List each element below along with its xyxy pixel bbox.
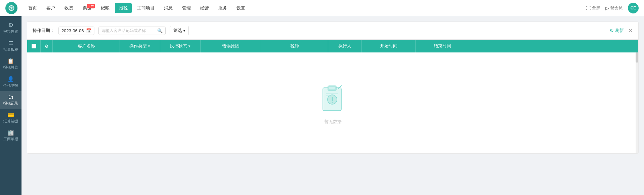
sidebar-item-tax-records[interactable]: 🗂 报税记录 <box>0 91 22 109</box>
sort-icon: ▼ <box>188 44 191 48</box>
annual-report-icon: 🏢 <box>7 130 14 135</box>
header-checkbox[interactable] <box>32 44 36 48</box>
sidebar-item-label: 工商年报 <box>3 137 18 141</box>
nav-item-accounts[interactable]: 记账 <box>97 3 114 13</box>
nav-items: 首页 客户 收费 票据 new 记账 报税 工商项目 消息 管理 经营 服务 设… <box>24 3 586 13</box>
calendar-icon: 📅 <box>86 28 91 33</box>
tax-settings-icon: ⚙ <box>8 22 13 28</box>
top-nav: 首页 客户 收费 票据 new 记账 报税 工商项目 消息 管理 经营 服务 设… <box>0 0 644 16</box>
nav-item-billing[interactable]: 收费 <box>60 3 77 13</box>
table-body: 暂无数据 <box>27 52 638 153</box>
search-box: 🔍 <box>98 27 166 35</box>
search-icon[interactable]: 🔍 <box>157 28 163 33</box>
date-picker[interactable]: 2023-06-06 📅 <box>58 27 94 35</box>
sidebar-item-label: 报税总览 <box>3 65 18 70</box>
filter-label: 筛选 <box>173 28 182 34</box>
fullscreen-icon: ⛶ <box>586 5 591 11</box>
nav-right: ⛶ 全屏 ▷ 畅会员 CE <box>586 3 639 13</box>
settlement-icon: 💳 <box>7 112 14 118</box>
sidebar-item-personal-tax[interactable]: 👤 个税申报 <box>0 73 22 91</box>
search-input[interactable] <box>101 28 157 33</box>
table-container: 操作日期： 2023-06-06 📅 🔍 筛选 ▾ ↻ 刷新 ✕ <box>27 22 639 154</box>
main-content: 操作日期： 2023-06-06 📅 🔍 筛选 ▾ ↻ 刷新 ✕ <box>22 16 644 195</box>
refresh-icon: ↻ <box>610 28 614 33</box>
th-executor: 执行人 <box>328 40 362 52</box>
filter-button[interactable]: 筛选 ▾ <box>170 26 189 35</box>
sidebar-item-settlement[interactable]: 💳 汇算清缴 <box>0 109 22 127</box>
sidebar-item-tax-settings[interactable]: ⚙ 报税设置 <box>0 19 22 37</box>
sidebar-item-label: 报税设置 <box>3 30 18 34</box>
th-tax-type: 税种 <box>261 40 328 52</box>
nav-item-service[interactable]: 服务 <box>214 3 231 13</box>
th-operation-type[interactable]: 操作类型 ▼ <box>120 40 160 52</box>
nav-item-finance[interactable]: 经营 <box>196 3 213 13</box>
th-error-reason: 错误原因 <box>201 40 261 52</box>
sidebar: ⚙ 报税设置 ☰ 批量报税 📋 报税总览 👤 个税申报 🗂 报税记录 💳 汇算清… <box>0 16 22 195</box>
date-value: 2023-06-06 <box>61 28 84 33</box>
personal-tax-icon: 👤 <box>7 77 14 82</box>
sidebar-item-batch-tax[interactable]: ☰ 批量报税 <box>0 37 22 55</box>
scrollbar[interactable] <box>636 52 638 153</box>
app-logo[interactable] <box>5 2 17 14</box>
tax-records-icon: 🗂 <box>8 94 13 100</box>
batch-tax-icon: ☰ <box>8 41 13 46</box>
nav-item-business[interactable]: 工商项目 <box>133 3 159 13</box>
empty-text: 暂无数据 <box>324 119 342 125</box>
th-checkbox[interactable] <box>27 40 41 52</box>
nav-item-settings[interactable]: 设置 <box>232 3 249 13</box>
toolbar: 操作日期： 2023-06-06 📅 🔍 筛选 ▾ ↻ 刷新 ✕ <box>27 22 638 40</box>
sidebar-item-annual-report[interactable]: 🏢 工商年报 <box>0 127 22 145</box>
settings-icon: ⚙ <box>45 44 49 49</box>
nav-item-messages[interactable]: 消息 <box>160 3 177 13</box>
play-icon: ▷ <box>605 5 609 11</box>
nav-item-admin[interactable]: 管理 <box>178 3 195 13</box>
th-settings[interactable]: ⚙ <box>41 40 53 52</box>
th-start-time: 开始时间 <box>362 40 416 52</box>
svg-point-5 <box>332 102 333 103</box>
table-header: ⚙ 客户名称 操作类型 ▼ 执行状态 ▼ 错误原因 税种 执行人 <box>27 40 638 52</box>
toolbar-right: ↻ 刷新 ✕ <box>610 28 633 34</box>
empty-state: 暂无数据 <box>304 68 361 138</box>
sidebar-item-tax-summary[interactable]: 📋 报税总览 <box>0 55 22 73</box>
svg-marker-7 <box>341 85 342 86</box>
fullscreen-button[interactable]: ⛶ 全屏 <box>586 5 600 11</box>
th-client-name: 客户名称 <box>53 40 120 52</box>
nav-item-clients[interactable]: 客户 <box>42 3 59 13</box>
nav-item-tax[interactable]: 报税 <box>115 3 132 13</box>
scrollbar-thumb[interactable] <box>636 52 638 63</box>
nav-item-invoice[interactable]: 票据 new <box>79 3 95 13</box>
member-button[interactable]: ▷ 畅会员 <box>605 5 622 11</box>
th-end-time: 结束时间 <box>416 40 469 52</box>
sidebar-item-label: 汇算清缴 <box>3 119 18 123</box>
refresh-button[interactable]: ↻ 刷新 <box>610 28 624 34</box>
svg-rect-2 <box>329 87 335 89</box>
new-badge: new <box>87 4 95 8</box>
sidebar-item-label: 报税记录 <box>3 101 18 106</box>
sidebar-item-label: 个税申报 <box>3 83 18 88</box>
chevron-down-icon: ▾ <box>183 29 185 33</box>
date-label: 操作日期： <box>33 28 54 34</box>
empty-illustration <box>318 81 348 115</box>
th-exec-status[interactable]: 执行状态 ▼ <box>160 40 201 52</box>
nav-item-home[interactable]: 首页 <box>24 3 41 13</box>
close-button[interactable]: ✕ <box>628 28 633 34</box>
avatar[interactable]: CE <box>628 3 639 13</box>
tax-summary-icon: 📋 <box>7 58 14 64</box>
sidebar-item-label: 批量报税 <box>3 47 18 52</box>
sort-icon: ▼ <box>147 44 151 48</box>
